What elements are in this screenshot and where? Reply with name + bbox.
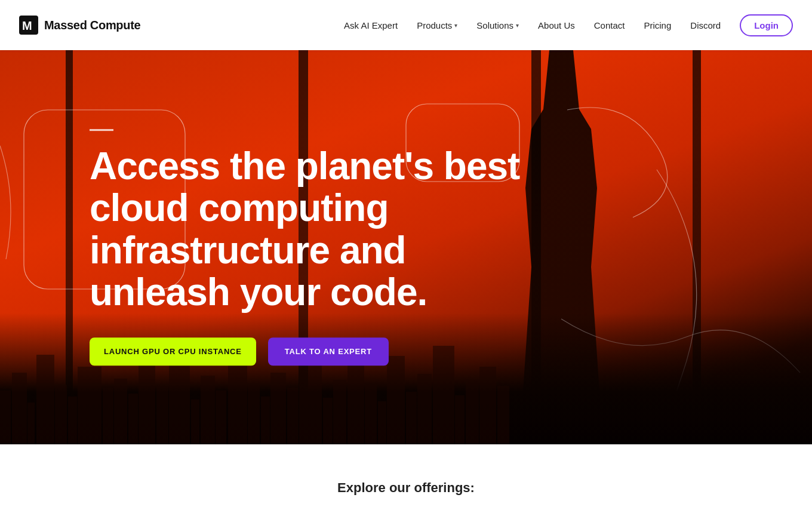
- hero-content: Access the planet's best cloud computing…: [90, 129, 543, 365]
- svg-text:M: M: [22, 19, 32, 32]
- nav-contact[interactable]: Contact: [594, 20, 625, 30]
- hero-section: Access the planet's best cloud computing…: [0, 50, 812, 444]
- nav-discord[interactable]: Discord: [690, 20, 721, 30]
- logo-icon: M: [19, 16, 38, 35]
- navbar: M Massed Compute Ask AI Expert Products …: [0, 0, 812, 50]
- nav-links: Ask AI Expert Products ▾ Solutions ▾ Abo…: [344, 14, 793, 36]
- nav-solutions[interactable]: Solutions ▾: [476, 20, 519, 30]
- nav-pricing[interactable]: Pricing: [644, 20, 671, 30]
- solutions-chevron-icon: ▾: [516, 22, 519, 29]
- talk-to-expert-button[interactable]: TALK TO AN EXPERT: [268, 337, 389, 365]
- nav-about[interactable]: About Us: [538, 20, 575, 30]
- login-button[interactable]: Login: [740, 14, 793, 36]
- brand-name: Massed Compute: [44, 19, 140, 32]
- products-chevron-icon: ▾: [454, 22, 457, 29]
- hero-buttons: LAUNCH GPU OR CPU INSTANCE TALK TO AN EX…: [90, 337, 543, 365]
- explore-offerings-label: Explore our offerings:: [0, 480, 812, 496]
- nav-ask-ai[interactable]: Ask AI Expert: [344, 20, 398, 30]
- logo-link[interactable]: M Massed Compute: [19, 16, 140, 35]
- nav-products[interactable]: Products ▾: [417, 20, 457, 30]
- launch-instance-button[interactable]: LAUNCH GPU OR CPU INSTANCE: [90, 337, 256, 365]
- hero-title: Access the planet's best cloud computing…: [90, 145, 543, 314]
- below-hero-section: Explore our offerings:: [0, 444, 812, 513]
- hero-divider: [90, 129, 113, 131]
